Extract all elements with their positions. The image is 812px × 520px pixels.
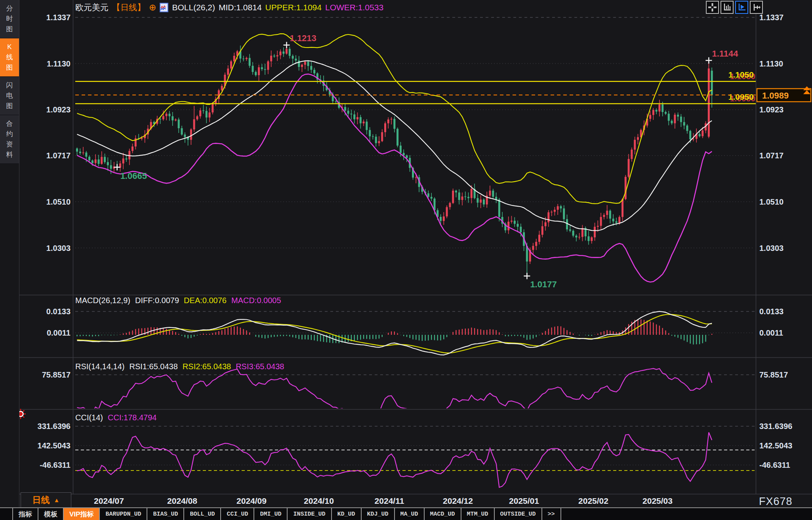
sidebar-item-0[interactable]: 分时图 [0, 0, 19, 38]
svg-text:142.5043: 142.5043 [38, 441, 71, 450]
boll-mid-value: MID:1.0814 [219, 3, 262, 12]
svg-text:-46.6311: -46.6311 [759, 461, 790, 469]
tab-MACD_UD[interactable]: MACD_UD [425, 508, 461, 520]
period-selector[interactable]: 日线 ▲ [21, 492, 71, 508]
tabbar-spacer [0, 508, 12, 520]
svg-text:0.0133: 0.0133 [46, 307, 71, 316]
period-selector-label: 日线 [32, 494, 50, 506]
x-axis-month-label: 2025/02 [578, 496, 608, 505]
svg-text:1.1050: 1.1050 [728, 70, 754, 79]
period-tag: 【日线】 [112, 2, 145, 13]
svg-text:-46.6311: -46.6311 [40, 461, 71, 469]
svg-text:1.0510: 1.0510 [46, 197, 71, 206]
pan-crosshair-icon[interactable] [706, 1, 719, 14]
rsi-title: RSI(14,14,14) [75, 362, 125, 371]
trading-app: 1.10501.10501.09501.09501.12131.11441.06… [0, 0, 812, 520]
tab-MA_UD[interactable]: MA_UD [395, 508, 424, 520]
macd-dea-value: DEA:0.0076 [184, 296, 227, 305]
tab-KD_UD[interactable]: KD_UD [332, 508, 361, 520]
symbol-title: 欧元美元 [75, 2, 109, 13]
svg-text:1.0950: 1.0950 [728, 92, 754, 101]
x-axis-month-label: 2024/12 [443, 496, 473, 505]
svg-text:1.0510: 1.0510 [759, 197, 783, 206]
macd-header: MACD(26,12,9) DIFF:0.0079 DEA:0.0076 MAC… [75, 296, 281, 305]
x-axis-month-label: 2025/03 [642, 496, 673, 505]
axis-shift-icon[interactable] [750, 1, 763, 14]
tab-BIAS_UD[interactable]: BIAS_UD [147, 508, 183, 520]
svg-text:331.6396: 331.6396 [38, 422, 71, 431]
cci-value: CCI:178.4794 [108, 413, 156, 422]
rsi2-value: RSI2:65.0438 [183, 362, 231, 371]
svg-text:0.0011: 0.0011 [759, 328, 783, 337]
price-annotation: 1.0665 [120, 171, 147, 181]
boll-lower-value: LOWER:1.0533 [325, 3, 383, 12]
sidebar: 分时图K线图闪电图合约资料 [0, 0, 19, 520]
macd-diff-value: DIFF:0.0079 [135, 296, 179, 305]
svg-text:0.0133: 0.0133 [759, 307, 783, 316]
chart-toolbar [706, 1, 763, 14]
tab-BOLL_UD[interactable]: BOLL_UD [184, 508, 220, 520]
tab-BARUPDN_UD[interactable]: BARUPDN_UD [100, 508, 147, 520]
tab-MTM_UD[interactable]: MTM_UD [461, 508, 494, 520]
boll-label: BOLL(26,2) [172, 3, 215, 12]
svg-text:331.6396: 331.6396 [759, 422, 792, 431]
svg-text:0.0011: 0.0011 [47, 328, 71, 337]
svg-text:1.0923: 1.0923 [46, 105, 71, 114]
rsi1-value: RSI1:65.0438 [130, 362, 178, 371]
svg-text:1.1130: 1.1130 [47, 59, 71, 68]
macd-title: MACD(26,12,9) [75, 296, 130, 305]
rsi3-value: RSI3:65.0438 [236, 362, 284, 371]
tab-CCI_UD[interactable]: CCI_UD [221, 508, 254, 520]
price-annotation: 1.0177 [530, 279, 557, 289]
svg-text:75.8517: 75.8517 [759, 370, 788, 379]
svg-text:75.8517: 75.8517 [42, 370, 71, 379]
axis-play-icon[interactable] [735, 1, 748, 14]
x-axis-month-label: 2024/09 [236, 496, 267, 505]
svg-text:1.0923: 1.0923 [759, 105, 783, 114]
tabbar-filler [561, 508, 812, 520]
price-annotation: 1.1213 [290, 33, 316, 43]
mini-chart-icon[interactable] [160, 3, 168, 12]
x-axis-month-label: 2025/01 [509, 496, 539, 505]
svg-text:1.1130: 1.1130 [759, 59, 783, 68]
tab-指标[interactable]: 指标 [13, 508, 38, 520]
cci-header: CCI(14) CCI:178.4794 [75, 413, 156, 422]
macd-value: MACD:0.0005 [231, 296, 281, 305]
add-indicator-icon[interactable]: ⊕ [149, 4, 156, 11]
tab-VIP指标[interactable]: VIP指标 [64, 508, 99, 520]
cci-title: CCI(14) [75, 413, 103, 422]
tab-KDJ_UD[interactable]: KDJ_UD [362, 508, 394, 520]
sidebar-item-3[interactable]: 合约资料 [0, 115, 19, 164]
svg-text:1.1337: 1.1337 [759, 13, 783, 22]
svg-text:1.0303: 1.0303 [46, 244, 71, 252]
svg-text:142.5043: 142.5043 [759, 441, 792, 450]
axis-bars-icon[interactable] [721, 1, 734, 14]
svg-text:1.0303: 1.0303 [759, 244, 783, 252]
chevron-up-icon: ▲ [54, 497, 60, 503]
x-axis-month-label: 2024/10 [304, 496, 334, 505]
watermark: FX678 [759, 495, 793, 508]
svg-text:1.0989: 1.0989 [762, 91, 789, 101]
x-axis-month-label: 2024/07 [94, 496, 124, 505]
tab-模板[interactable]: 模板 [38, 508, 63, 520]
price-chart-svg[interactable]: 1.10501.10501.09501.09501.12131.11441.06… [0, 0, 812, 520]
price-annotation: 1.1144 [712, 49, 738, 59]
sidebar-item-1[interactable]: K线图 [0, 38, 19, 77]
sidebar-item-2[interactable]: 闪电图 [0, 77, 19, 115]
tab-[interactable]: >> [542, 508, 560, 520]
boll-upper-value: UPPER:1.1094 [265, 3, 322, 12]
tab-INSIDE_UD[interactable]: INSIDE_UD [288, 508, 331, 520]
tab-OUTSIDE_UD[interactable]: OUTSIDE_UD [495, 508, 541, 520]
svg-text:1.0717: 1.0717 [759, 151, 783, 160]
svg-text:1.0717: 1.0717 [46, 151, 71, 160]
x-axis-month-label: 2024/11 [375, 496, 404, 505]
rsi-header: RSI(14,14,14) RSI1:65.0438 RSI2:65.0438 … [75, 362, 284, 371]
indicator-tabbar: 指标模板VIP指标BARUPDN_UDBIAS_UDBOLL_UDCCI_UDD… [0, 507, 812, 520]
svg-text:1.1337: 1.1337 [46, 13, 71, 22]
tab-DMI_UD[interactable]: DMI_UD [254, 508, 287, 520]
chart-header: 欧元美元 【日线】 ⊕ BOLL(26,2) MID:1.0814 UPPER:… [75, 2, 383, 13]
x-axis-month-label: 2024/08 [167, 496, 197, 505]
